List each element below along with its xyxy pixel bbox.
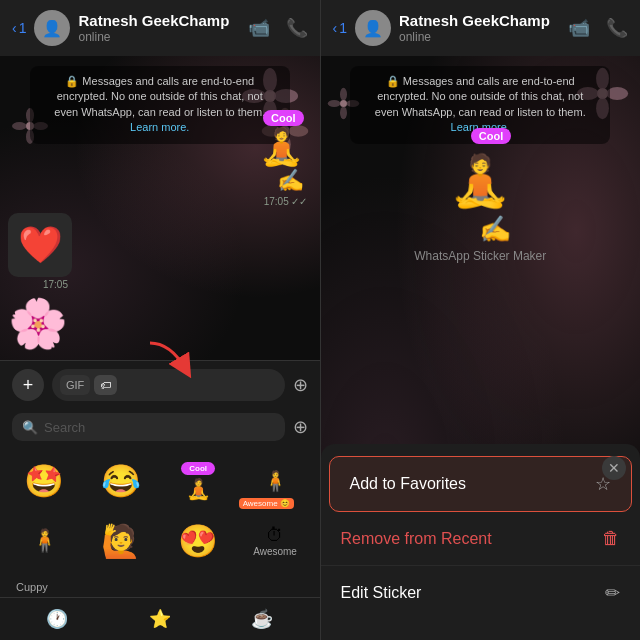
- cuppy-row: Cuppy: [0, 577, 320, 597]
- left-header: ‹ 1 👤 Ratnesh GeekChamp online 📹 📞: [0, 0, 320, 56]
- remove-from-recent-label: Remove from Recent: [341, 530, 492, 548]
- add-button[interactable]: +: [12, 369, 44, 401]
- sticker-cell-person[interactable]: 🧍: [8, 513, 81, 569]
- right-back-count: 1: [339, 20, 347, 36]
- right-header: ‹ 1 👤 Ratnesh GeekChamp online 📹 📞: [321, 0, 641, 56]
- message-time-1: 17:05 ✓✓: [260, 194, 312, 207]
- left-contact-name: Ratnesh GeekChamp: [78, 12, 239, 30]
- right-header-icons: 📹 📞: [568, 17, 628, 39]
- message-in-flower-sticker: 🌸: [8, 296, 68, 352]
- right-contact-status: online: [399, 30, 560, 44]
- right-header-info: Ratnesh GeekChamp online: [399, 12, 560, 44]
- heart-sticker: ❤️: [8, 213, 72, 277]
- emoji-cell-1[interactable]: 😂: [85, 453, 158, 509]
- emoji-cell-hearts[interactable]: 😍: [162, 513, 235, 569]
- trash-icon: 🗑: [602, 528, 620, 549]
- context-close-button[interactable]: ✕: [602, 456, 626, 480]
- right-back-button[interactable]: ‹ 1: [333, 20, 347, 36]
- right-video-icon[interactable]: 📹: [568, 17, 590, 39]
- favorites-tab[interactable]: ⭐: [141, 604, 179, 634]
- coffee-tab[interactable]: ☕: [243, 604, 281, 634]
- back-count: 1: [19, 20, 27, 36]
- cuppy-label: Cuppy: [8, 579, 56, 595]
- left-header-icons: 📹 📞: [248, 17, 308, 39]
- edit-sticker-item[interactable]: Edit Sticker ✏: [321, 566, 641, 620]
- emoji-search-row: 🔍 Search ⊕: [0, 409, 320, 445]
- video-call-icon[interactable]: 📹: [248, 17, 270, 39]
- sticker-maker-label: WhatsApp Sticker Maker: [414, 249, 546, 263]
- sticker-cell-cool[interactable]: Cool 🧘: [162, 453, 235, 509]
- message-time-2: 17:05: [8, 277, 72, 290]
- sticker-cell-timer[interactable]: ⏱ Awesome: [239, 513, 312, 569]
- gif-tab[interactable]: GIF: [60, 375, 90, 395]
- emoji-bar: + GIF 🏷 ⊕: [0, 361, 320, 409]
- left-avatar[interactable]: 👤: [34, 10, 70, 46]
- search-placeholder: Search: [44, 420, 85, 435]
- emoji-add-icon[interactable]: ⊕: [293, 416, 308, 438]
- sticker-cell-awesome[interactable]: 🧍 Awesome 😊: [239, 453, 312, 509]
- emoji-search-bar: GIF 🏷: [52, 369, 285, 401]
- left-chat-area: 🔒 Messages and calls are end-to-end encr…: [0, 56, 320, 360]
- right-encryption-text: 🔒 Messages and calls are end-to-end encr…: [375, 75, 586, 118]
- remove-from-recent-item[interactable]: Remove from Recent 🗑: [321, 512, 641, 566]
- sticker-preview-cool-tag: Cool: [471, 126, 511, 144]
- left-contact-status: online: [78, 30, 239, 44]
- edit-sticker-label: Edit Sticker: [341, 584, 422, 602]
- left-header-info: Ratnesh GeekChamp online: [78, 12, 239, 44]
- left-back-button[interactable]: ‹ 1: [12, 20, 26, 36]
- right-avatar[interactable]: 👤: [355, 10, 391, 46]
- awesome-badge: Awesome 😊: [239, 498, 294, 509]
- add-to-favorites-label: Add to Favorites: [350, 475, 467, 493]
- context-menu: ✕ Add to Favorites ☆ Remove from Recent …: [321, 444, 641, 640]
- emoji-bottom-bar: 🕐 ⭐ ☕: [0, 597, 320, 640]
- right-panel: ‹ 1 👤 Ratnesh GeekChamp online 📹 📞 🔒 Mes…: [321, 0, 641, 640]
- sticker-preview-area: Cool 🧘 ✍ WhatsApp Sticker Maker: [321, 126, 641, 263]
- right-contact-name: Ratnesh GeekChamp: [399, 12, 560, 30]
- emoji-panel: + GIF 🏷 ⊕ 🔍 Search ⊕: [0, 360, 320, 640]
- emoji-grid: 🤩 😂 Cool 🧘 🧍 Awesome 😊 🧍 🙋 😍 ⏱ Awesome: [0, 445, 320, 577]
- edit-icon: ✏: [605, 582, 620, 604]
- emoji-cell-0[interactable]: 🤩: [8, 453, 81, 509]
- sticker-preview-sign: ✍: [479, 214, 511, 245]
- phone-call-icon[interactable]: 📞: [286, 17, 308, 39]
- emoji-cell-wave[interactable]: 🙋: [85, 513, 158, 569]
- right-phone-icon[interactable]: 📞: [606, 17, 628, 39]
- sticker-preview-bubble: Cool 🧘 ✍: [449, 126, 511, 245]
- emoji-type-buttons: GIF 🏷: [60, 375, 117, 395]
- emoji-search-input-wrap[interactable]: 🔍 Search: [12, 413, 285, 441]
- add-to-favorites-item[interactable]: Add to Favorites ☆: [329, 456, 633, 512]
- messages-container: Cool 🧘 ✍ 17:05 ✓✓ ❤️ 17:05 🌸: [0, 100, 320, 360]
- message-out-sticker: Cool 🧘 ✍ 17:05 ✓✓: [259, 108, 312, 207]
- sticker-figure: 🧘: [259, 126, 304, 168]
- sticker-preview-figure: 🧘: [449, 152, 511, 210]
- message-in-heart: ❤️ 17:05: [8, 213, 72, 290]
- recent-tab[interactable]: 🕐: [38, 604, 76, 634]
- sticker-tab[interactable]: 🏷: [94, 375, 117, 395]
- emoji-extra-icon[interactable]: ⊕: [293, 374, 308, 396]
- left-panel: ‹ 1 👤 Ratnesh GeekChamp online 📹 📞 🔒 Me: [0, 0, 320, 640]
- cool-tag: Cool: [263, 108, 303, 126]
- search-icon: 🔍: [22, 420, 38, 435]
